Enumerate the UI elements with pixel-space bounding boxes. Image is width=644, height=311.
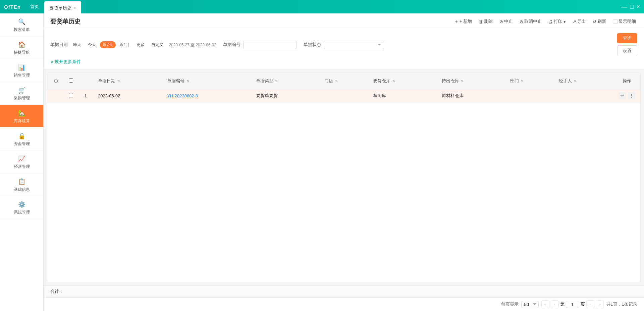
th-settings: ⚙ (47, 73, 65, 89)
sales-mgmt-icon: 📊 (18, 64, 25, 71)
settings-button[interactable]: 设置 (617, 45, 637, 56)
filter-group-doc-number: 单据编号 (223, 41, 297, 49)
th-department[interactable]: 部门 ⇅ (506, 73, 555, 89)
date-opt-last7days[interactable]: 近7天 (100, 41, 116, 48)
sidebar-item-search-menu[interactable]: 🔍 搜索菜单 (0, 13, 43, 36)
date-opt-today[interactable]: 今天 (85, 41, 99, 48)
export-icon: ↗ (573, 19, 576, 24)
page-label: 第 (560, 301, 565, 307)
sort-icon-department: ⇅ (521, 79, 524, 83)
export-button[interactable]: ↗ 导出 (571, 18, 587, 25)
sidebar-item-sales-mgmt[interactable]: 📊 销售管理 (0, 59, 43, 82)
sort-icon-doc-number: ⇅ (186, 79, 189, 83)
filter-group-doc-status: 单据状态 (304, 41, 384, 49)
th-doc-number[interactable]: 单据编号 ⇅ (163, 73, 252, 89)
page-title-row: 要货单历史 ＋ + 新增 🗑 删除 ⊘ 中止 ⊘ (50, 17, 637, 26)
doc-number-link[interactable]: YH-20230602-0 (167, 93, 198, 98)
td-store (320, 89, 369, 102)
page-nav: « ‹ 第 页 › » (541, 300, 604, 308)
th-doc-type[interactable]: 单据类型 ⇅ (252, 73, 320, 89)
delete-icon: 🗑 (479, 19, 483, 24)
sidebar-item-finance-mgmt[interactable]: 🔒 资金管理 (0, 128, 43, 150)
table-area: ⚙ 单据日期 ⇅ 单据编号 ⇅ (47, 73, 641, 282)
th-pending-warehouse[interactable]: 待出仓库 ⇅ (438, 73, 506, 89)
stop-icon: ⊘ (499, 19, 503, 24)
td-doc-number[interactable]: YH-20230602-0 (163, 89, 252, 102)
sidebar-item-system-mgmt-label: 系统管理 (14, 210, 30, 215)
column-settings-icon[interactable]: ⚙ (51, 76, 61, 86)
table-row: 1 2023-06-02 YH-20230602-0 要货单要货 车间库 原材料… (47, 89, 640, 102)
th-doc-date[interactable]: 单据日期 ⇅ (94, 73, 163, 89)
new-button[interactable]: ＋ + 新增 (453, 18, 473, 25)
tab-requisition-history[interactable]: 要货单历史 × (44, 1, 81, 15)
more-action-icon[interactable]: ⋮ (628, 92, 635, 99)
doc-status-filter-label: 单据状态 (304, 42, 321, 48)
sidebar-item-inventory-calc[interactable]: 🏡 库存核算 (0, 105, 43, 128)
display-cells-checkbox (613, 19, 618, 24)
td-checkbox (65, 89, 77, 102)
th-req-warehouse[interactable]: 要货仓库 ⇅ (369, 73, 437, 89)
query-button[interactable]: 查询 (617, 33, 637, 43)
sidebar-item-quick-nav[interactable]: 🏠 快捷导航 (0, 36, 43, 59)
sidebar-item-purchase-mgmt[interactable]: 🛒 采购管理 (0, 82, 43, 105)
first-page-button[interactable]: « (541, 300, 549, 308)
last-page-button[interactable]: » (596, 300, 604, 308)
brand-logo: OfTEn (0, 4, 25, 10)
date-opt-last-month[interactable]: 近1月 (117, 41, 133, 48)
top-bar-right: — □ × (622, 3, 644, 10)
sidebar-item-system-mgmt[interactable]: ⚙️ 系统管理 (0, 196, 43, 219)
top-bar: OfTEn 首页 要货单历史 × — □ × (0, 0, 644, 13)
operations-mgmt-icon: 📈 (18, 155, 25, 163)
sidebar-item-basic-info-label: 基础信息 (14, 187, 30, 192)
filter-area: 单据日期 昨天 今天 近7天 近1月 更多 自定义 2023-05-27 至 2… (44, 29, 644, 69)
expand-filter-button[interactable]: ∨ 展开更多条件 (50, 59, 637, 65)
system-mgmt-icon: ⚙️ (18, 201, 25, 208)
date-opt-yesterday[interactable]: 昨天 (70, 41, 84, 48)
prev-page-button[interactable]: ‹ (551, 300, 559, 308)
edit-action-icon[interactable]: ✏ (619, 92, 626, 99)
table-header-row: ⚙ 单据日期 ⇅ 单据编号 ⇅ (47, 73, 640, 89)
td-row-settings (47, 89, 65, 102)
tab-close-icon[interactable]: × (73, 6, 76, 10)
row-checkbox[interactable] (69, 93, 73, 97)
sidebar: 🔍 搜索菜单 🏠 快捷导航 📊 销售管理 🛒 采购管理 🏡 库存核算 🔒 资金管… (0, 13, 44, 311)
th-store[interactable]: 门店 ⇅ (320, 73, 369, 89)
td-action: ✏ ⋮ (613, 89, 640, 102)
window-minimize-icon[interactable]: — (622, 3, 628, 10)
date-options: 昨天 今天 近7天 近1月 更多 自定义 (70, 41, 166, 48)
next-page-button[interactable]: › (586, 300, 594, 308)
date-opt-more[interactable]: 更多 (134, 41, 147, 48)
refresh-button[interactable]: ↺ 刷新 (591, 18, 607, 25)
td-pending-warehouse: 原材料仓库 (438, 89, 506, 102)
plus-icon: ＋ (454, 18, 459, 25)
th-handler[interactable]: 经手人 ⇅ (555, 73, 613, 89)
print-button[interactable]: 🖨 打印 ▾ (547, 18, 567, 25)
window-close-icon[interactable]: × (636, 3, 640, 10)
delete-button[interactable]: 🗑 删除 (477, 18, 494, 25)
doc-status-select[interactable] (324, 41, 384, 49)
tab-home[interactable]: 首页 (25, 0, 44, 13)
display-cells-button[interactable]: 显示明细 (611, 18, 637, 25)
pagination-bar: 每页显示 50 10 20 100 « ‹ 第 页 › » 共1页，1条记录 (44, 297, 644, 311)
filter-group-date: 单据日期 昨天 今天 近7天 近1月 更多 自定义 2023-05-27 至 2… (50, 41, 216, 48)
select-all-checkbox[interactable] (69, 78, 73, 83)
sort-icon-doc-date: ⇅ (117, 79, 120, 83)
tab-requisition-history-label: 要货单历史 (50, 5, 71, 11)
sidebar-item-basic-info[interactable]: 📋 基础信息 (0, 173, 43, 196)
basic-info-icon: 📋 (18, 178, 25, 185)
sidebar-item-sales-mgmt-label: 销售管理 (14, 73, 30, 78)
sort-icon-doc-type: ⇅ (275, 79, 278, 83)
doc-number-input[interactable] (243, 41, 297, 49)
window-maximize-icon[interactable]: □ (630, 3, 634, 10)
filter-right-btns: 查询 设置 (617, 33, 637, 56)
date-opt-custom[interactable]: 自定义 (149, 41, 166, 48)
sort-icon-handler: ⇅ (574, 79, 577, 83)
page-size-select[interactable]: 50 10 20 100 (521, 301, 539, 308)
sidebar-item-inventory-calc-label: 库存核算 (14, 118, 30, 124)
stop-button[interactable]: ⊘ 中止 (498, 18, 514, 25)
cancel-stop-button[interactable]: ⊘ 取消中止 (518, 18, 543, 25)
page-suffix: 页 (581, 301, 585, 307)
sidebar-item-operations-mgmt[interactable]: 📈 经营管理 (0, 150, 43, 173)
page-number-input[interactable] (566, 301, 579, 308)
finance-mgmt-icon: 🔒 (18, 132, 25, 140)
